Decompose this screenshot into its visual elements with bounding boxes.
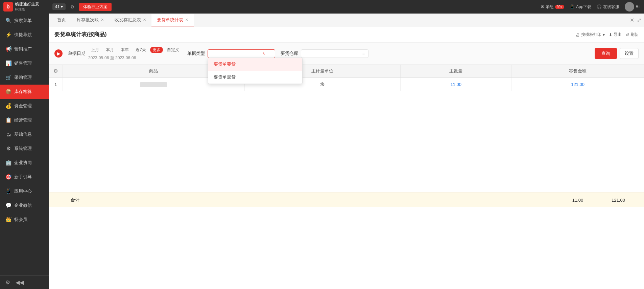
finance-icon: 💰: [5, 103, 11, 109]
date-btn-7days[interactable]: 近7天: [133, 46, 149, 54]
cell-amount: 121.00: [511, 78, 644, 91]
type-filter-value: [211, 51, 212, 56]
sidebar-item-system[interactable]: ⚙ 系统管理: [0, 141, 49, 156]
sidebar-label-sales: 销售管理: [14, 60, 32, 66]
message-label: 消息: [546, 4, 554, 10]
settings-icon-top[interactable]: ⚙: [68, 3, 76, 11]
message-icon-item[interactable]: ✉ 消息 99+: [541, 4, 564, 10]
tab-inventory-batch[interactable]: 库存批次账 ✕: [71, 14, 109, 26]
system-icon: ⚙: [5, 146, 11, 152]
wechat-icon: 💬: [5, 202, 11, 208]
sidebar-collapse-btn[interactable]: ◀◀: [16, 279, 24, 286]
tab-collect-summary[interactable]: 收发存汇总表 ✕: [109, 14, 151, 26]
sidebar-item-member[interactable]: 👑 畅会员: [0, 213, 49, 227]
tab-order-summary-close[interactable]: ✕: [185, 18, 188, 22]
industry-btn[interactable]: 体验行业方案: [79, 3, 112, 11]
sidebar-label-app-center: 应用中心: [14, 188, 32, 194]
quantity-link[interactable]: 11.00: [450, 82, 461, 87]
sidebar-item-enterprise[interactable]: 🏢 企业协同: [0, 156, 49, 170]
query-btn[interactable]: 查询: [595, 48, 617, 59]
online-service-item[interactable]: 🎧 在线客服: [597, 4, 619, 10]
print-dropdown-icon: ▾: [603, 32, 605, 37]
table-row: 1 块 11.00 121.00: [49, 78, 644, 91]
sidebar-item-inventory[interactable]: 📦 库存核算: [0, 85, 49, 99]
tab-inventory-batch-close[interactable]: ✕: [101, 18, 104, 22]
table-settings-icon[interactable]: ⚙: [53, 68, 58, 74]
refresh-btn[interactable]: ↺ 刷新: [626, 32, 639, 38]
user-avatar-item[interactable]: Rit: [625, 2, 641, 12]
sidebar-item-app-center[interactable]: 📱 应用中心: [0, 184, 49, 198]
table-spacer: [49, 91, 644, 193]
app-logo-icon: b: [3, 2, 13, 12]
purchase-icon: 🛒: [5, 74, 11, 81]
filter-action-buttons: 查询 设置: [595, 48, 639, 59]
amount-link[interactable]: 121.00: [571, 82, 585, 87]
sidebar-item-purchase[interactable]: 🛒 采购管理: [0, 70, 49, 85]
summary-quantity: 11.00: [557, 198, 598, 203]
date-btn-this-month[interactable]: 本月: [103, 46, 117, 54]
sidebar-item-basic[interactable]: 🗂 基础信息: [0, 127, 49, 141]
sidebar-item-sales[interactable]: 📊 销售管理: [0, 56, 49, 70]
app-name-block: 畅捷通好生意 标准版: [15, 2, 39, 12]
filter-expand-btn[interactable]: ▶: [54, 49, 63, 58]
data-table: ⚙ 商品 主计量单位 主数量 零售金额 1: [49, 65, 644, 91]
tab-order-summary[interactable]: 要货单统计表 ✕: [151, 14, 194, 26]
print-btn[interactable]: 🖨 按模板打印 ▾: [576, 32, 605, 38]
sidebar-settings-btn[interactable]: ⚙: [5, 279, 10, 286]
date-btn-more[interactable]: 更多: [150, 47, 163, 53]
type-filter-select[interactable]: ∧ 要货单要货 要货单退货: [208, 49, 275, 58]
sidebar-item-search[interactable]: 🔍 搜索菜单: [0, 14, 49, 28]
sidebar-item-guide[interactable]: 🎯 新手引导: [0, 170, 49, 184]
expand-icon: ▶: [57, 51, 61, 56]
date-filter-label: 单据日期: [68, 50, 86, 57]
warehouse-value: [304, 51, 305, 56]
page-title: 要货单统计表(按商品): [54, 31, 107, 38]
main-layout: 🔍 搜索菜单 ⚡ 快捷导航 📢 营销推广 📊 销售管理 🛒 采购管理 📦: [0, 14, 644, 289]
sidebar-label-enterprise: 企业协同: [14, 160, 32, 166]
mobile-icon: 📱: [570, 4, 575, 9]
filter-bar: ▶ 单据日期 上月 本月 本年 近7天 更多 自定义 20: [49, 43, 644, 65]
col-settings: ⚙: [49, 65, 63, 78]
tab-home[interactable]: 首页: [52, 14, 71, 26]
tab-expand-icon[interactable]: ⤢: [637, 17, 641, 23]
sidebar-item-marketing[interactable]: 📢 营销推广: [0, 42, 49, 56]
sidebar-item-wechat[interactable]: 💬 企业微信: [0, 198, 49, 213]
export-icon: ⬇: [609, 32, 612, 37]
table-body: 1 块 11.00 121.00: [49, 78, 644, 91]
settings-btn-filter[interactable]: 设置: [620, 48, 639, 59]
date-btn-custom[interactable]: 自定义: [164, 46, 182, 54]
sidebar-item-quick-nav[interactable]: ⚡ 快捷导航: [0, 28, 49, 42]
tab-collect-summary-close[interactable]: ✕: [143, 18, 146, 22]
sidebar-label-finance: 资金管理: [14, 103, 32, 109]
warehouse-filter-label: 要货仓库: [281, 50, 298, 57]
tab-bar: 首页 库存批次账 ✕ 收发存汇总表 ✕ 要货单统计表 ✕ ✕ ⤢: [49, 14, 644, 27]
refresh-icon: ↺: [626, 32, 629, 37]
sidebar-label-member: 畅会员: [14, 217, 27, 223]
print-label: 按模板打印: [581, 32, 601, 38]
date-btn-last-month[interactable]: 上月: [88, 46, 102, 54]
tab-order-summary-label: 要货单统计表: [157, 17, 183, 23]
warehouse-filter-input[interactable]: ···: [301, 49, 368, 58]
table-header-row: ⚙ 商品 主计量单位 主数量 零售金额: [49, 65, 644, 78]
export-label: 导出: [614, 32, 622, 38]
sidebar-item-operations[interactable]: 📋 经营管理: [0, 113, 49, 127]
cell-index: 1: [49, 78, 63, 91]
app-sub: 标准版: [15, 7, 39, 12]
store-selector[interactable]: 41 ▾: [52, 3, 66, 10]
top-nav-left: 41 ▾ ⚙ 体验行业方案: [52, 3, 541, 11]
user-name: Rit: [636, 4, 641, 9]
summary-row: 合计 11.00 121.00: [49, 193, 644, 207]
quick-nav-icon: ⚡: [5, 32, 11, 38]
app-download-label: App下载: [576, 4, 591, 10]
tab-close-all-icon[interactable]: ✕: [630, 17, 634, 23]
date-btn-this-year[interactable]: 本年: [118, 46, 132, 54]
dropdown-arrow-icon: ▾: [61, 4, 63, 9]
dropdown-item-order-goods[interactable]: 要货单要货: [208, 58, 302, 71]
app-download-item[interactable]: 📱 App下载: [570, 4, 591, 10]
tab-bar-right: ✕ ⤢: [630, 17, 641, 23]
tab-inventory-batch-label: 库存批次账: [77, 17, 99, 23]
date-filter-group: 单据日期 上月 本月 本年 近7天 更多 自定义 2023-05-06 至 20…: [68, 46, 182, 61]
sidebar-item-finance[interactable]: 💰 资金管理: [0, 99, 49, 113]
export-btn[interactable]: ⬇ 导出: [609, 32, 622, 38]
dropdown-item-order-return[interactable]: 要货单退货: [208, 71, 302, 84]
